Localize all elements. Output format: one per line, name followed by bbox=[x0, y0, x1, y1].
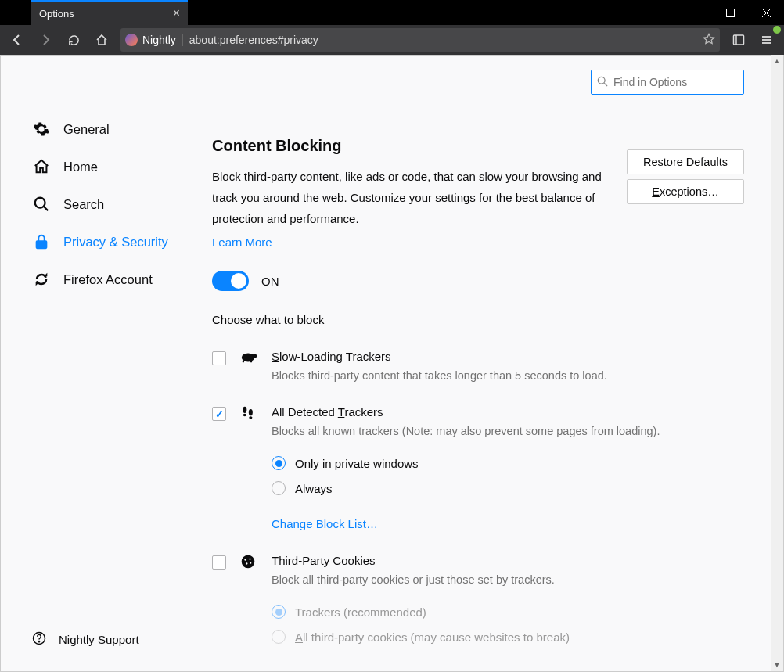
section-buttons: Restore Defaults Exceptions… bbox=[627, 149, 744, 204]
search-input[interactable] bbox=[591, 70, 744, 95]
svg-rect-18 bbox=[250, 361, 252, 363]
cookie-scope-radios: Trackers (recommended) All third-party c… bbox=[272, 605, 736, 644]
radio-label: All third-party cookies (may cause websi… bbox=[295, 631, 570, 644]
lock-icon bbox=[32, 232, 51, 251]
identity-label: Nightly bbox=[142, 34, 176, 46]
radio-label: Only in private windows bbox=[295, 457, 419, 470]
learn-more-link[interactable]: Learn More bbox=[212, 235, 272, 249]
back-button[interactable] bbox=[5, 27, 30, 52]
svg-point-26 bbox=[246, 562, 247, 564]
svg-point-19 bbox=[243, 407, 246, 413]
choose-label: Choose what to block bbox=[212, 313, 736, 326]
svg-point-24 bbox=[244, 559, 246, 561]
cookies-checkbox[interactable] bbox=[212, 555, 226, 570]
sidebar-item-general[interactable]: General bbox=[32, 110, 204, 148]
sidebar-item-label: Firefox Account bbox=[63, 272, 153, 287]
firefox-icon bbox=[125, 34, 138, 46]
vertical-scrollbar[interactable]: ▲ ▼ bbox=[771, 55, 783, 671]
change-block-list-link[interactable]: Change Block List… bbox=[272, 517, 378, 530]
all-trackers-checkbox[interactable] bbox=[212, 407, 226, 421]
close-icon[interactable]: × bbox=[173, 6, 180, 20]
menu-button[interactable] bbox=[754, 27, 779, 52]
svg-point-13 bbox=[598, 77, 605, 84]
exceptions-button[interactable]: Exceptions… bbox=[627, 179, 744, 204]
option-description: Block all third-party cookies or just th… bbox=[272, 573, 736, 586]
scroll-up-arrow[interactable]: ▲ bbox=[771, 55, 783, 67]
url-text: about:preferences#privacy bbox=[189, 34, 318, 46]
close-window-button[interactable] bbox=[748, 0, 784, 25]
sidebar-item-account[interactable]: Firefox Account bbox=[32, 261, 204, 298]
option-description: Blocks all known trackers (Note: may als… bbox=[272, 425, 736, 437]
svg-rect-17 bbox=[243, 361, 244, 363]
cookie-icon bbox=[240, 554, 257, 572]
content-blocking-toggle-row: ON bbox=[212, 271, 736, 291]
sidebar-item-privacy[interactable]: Privacy & Security bbox=[32, 223, 204, 261]
svg-line-10 bbox=[44, 207, 49, 211]
sidebar-item-home[interactable]: Home bbox=[32, 148, 204, 185]
window-titlebar: Options × bbox=[0, 0, 784, 25]
radio-private-windows[interactable] bbox=[272, 456, 286, 470]
footprints-icon bbox=[240, 405, 257, 423]
turtle-icon bbox=[240, 350, 257, 366]
svg-point-12 bbox=[38, 641, 39, 642]
search-icon bbox=[32, 195, 51, 214]
help-icon bbox=[32, 631, 46, 648]
sidebar-item-label: Privacy & Security bbox=[63, 235, 168, 250]
tracker-scope-radios: Only in private windows Always bbox=[272, 456, 736, 495]
svg-rect-1 bbox=[726, 9, 734, 16]
svg-point-23 bbox=[242, 555, 255, 569]
sidebar-item-search[interactable]: Search bbox=[32, 185, 204, 223]
maximize-button[interactable] bbox=[712, 0, 748, 25]
restore-defaults-button[interactable]: Restore Defaults bbox=[627, 149, 744, 174]
scroll-down-arrow[interactable]: ▼ bbox=[771, 659, 783, 671]
sidebar-item-label: Search bbox=[63, 197, 104, 212]
option-title: Third-Party Cookies bbox=[272, 554, 736, 567]
option-title: All Detected Trackers bbox=[272, 405, 736, 419]
sidebar-item-label: General bbox=[63, 122, 110, 137]
home-button[interactable] bbox=[89, 27, 114, 52]
svg-line-14 bbox=[604, 83, 607, 86]
sync-icon bbox=[32, 270, 51, 289]
search-container bbox=[591, 70, 744, 95]
search-icon bbox=[597, 76, 608, 89]
svg-rect-4 bbox=[734, 35, 744, 45]
radio-label: Always bbox=[295, 482, 333, 495]
option-slow-trackers: Slow-Loading Trackers Blocks third-party… bbox=[212, 350, 736, 382]
preferences-page: General Home Search Privacy & Security F… bbox=[0, 55, 784, 672]
svg-point-16 bbox=[253, 354, 257, 358]
sidebar-item-label: Home bbox=[63, 160, 98, 174]
library-button[interactable] bbox=[726, 27, 751, 52]
radio-label: Trackers (recommended) bbox=[295, 606, 426, 619]
radio-all-cookies bbox=[272, 630, 286, 644]
section-description: Block third-party content, like ads or c… bbox=[212, 166, 603, 229]
home-icon bbox=[32, 157, 51, 176]
forward-button[interactable] bbox=[33, 27, 58, 52]
identity-box[interactable]: Nightly bbox=[125, 34, 183, 46]
radio-trackers-recommended bbox=[272, 605, 286, 619]
toggle-state-label: ON bbox=[261, 275, 279, 288]
reload-button[interactable] bbox=[61, 27, 86, 52]
radio-always[interactable] bbox=[272, 481, 286, 495]
bookmark-star-icon[interactable] bbox=[703, 33, 715, 48]
tab-strip: Options × bbox=[0, 0, 188, 25]
tab-title: Options bbox=[39, 8, 74, 20]
minimize-button[interactable] bbox=[676, 0, 712, 25]
support-label: Nightly Support bbox=[59, 633, 139, 646]
preferences-main: Content Blocking Block third-party conte… bbox=[204, 56, 783, 671]
svg-point-9 bbox=[35, 198, 45, 208]
content-blocking-toggle[interactable] bbox=[212, 271, 249, 291]
option-third-party-cookies: Third-Party Cookies Block all third-part… bbox=[212, 554, 736, 644]
svg-point-25 bbox=[249, 559, 250, 560]
support-link[interactable]: Nightly Support bbox=[32, 631, 139, 648]
preferences-sidebar: General Home Search Privacy & Security F… bbox=[1, 56, 204, 671]
svg-point-21 bbox=[249, 409, 253, 415]
url-bar[interactable]: Nightly about:preferences#privacy bbox=[120, 28, 720, 52]
browser-tab-active[interactable]: Options × bbox=[31, 0, 188, 25]
svg-point-20 bbox=[243, 414, 246, 416]
svg-point-27 bbox=[250, 562, 251, 564]
window-controls bbox=[676, 0, 784, 25]
option-description: Blocks third-party content that takes lo… bbox=[272, 369, 736, 382]
svg-point-22 bbox=[249, 416, 252, 419]
gear-icon bbox=[32, 120, 51, 138]
slow-trackers-checkbox[interactable] bbox=[212, 351, 226, 365]
